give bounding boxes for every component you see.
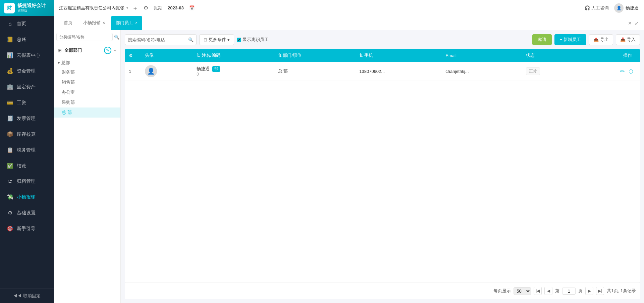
support-label: 人工咨询: [591, 5, 609, 11]
settings-nav-icon: ⚙: [7, 210, 13, 216]
dept-item-finance[interactable]: 财务部: [54, 67, 120, 77]
page-input[interactable]: [562, 288, 576, 295]
search-wrapper: 🔍: [125, 34, 197, 45]
employee-toolbar: 🔍 ⊟ 更多条件 ▾ 显示离职员工 邀请 + 新增员工: [125, 34, 640, 45]
invoice-icon: 🧾: [7, 115, 13, 122]
col-avatar: 头像: [141, 49, 193, 62]
sidebar-item-archive[interactable]: 🗂 归档管理: [0, 174, 54, 189]
logo-area: 财 畅捷通好会计 旗舰版: [0, 0, 54, 16]
show-resigned-checkbox[interactable]: [237, 38, 241, 42]
edit-button[interactable]: ✏: [620, 69, 625, 74]
tab-home[interactable]: 首页: [59, 16, 77, 30]
dept-item-sales[interactable]: 销售部: [54, 77, 120, 87]
sidebar-item-settings[interactable]: ⚙ 基础设置: [0, 205, 54, 221]
header-right: 🎧 人工咨询 👤 畅捷通: [585, 3, 639, 13]
user-area[interactable]: 👤 畅捷通: [614, 3, 639, 13]
table-row: 1 👤 畅捷通 部 0: [125, 62, 640, 81]
content-area: 首页 小畅报销 × 部门员工 × ✕ ⤢ 🔍: [54, 16, 644, 303]
tab-xiaochang[interactable]: 小畅报销 ×: [78, 16, 110, 30]
col-settings[interactable]: ⚙: [125, 49, 141, 62]
company-selector[interactable]: 江西服宝精品有限责任公司内账张 ▾: [59, 5, 128, 11]
window-expand-button[interactable]: ⤢: [635, 20, 639, 26]
sidebar-label-checkout: 结账: [17, 163, 26, 169]
prev-page-button[interactable]: ◀: [544, 287, 552, 295]
dept-group-headquarters: ▾ 总部: [54, 58, 120, 67]
dept-collapse-button[interactable]: «: [114, 48, 116, 53]
col-phone[interactable]: ⇅ 手机: [355, 49, 441, 62]
support-button[interactable]: 🎧 人工咨询: [585, 5, 609, 11]
sidebar-item-home[interactable]: ⌂ 首页: [0, 16, 54, 32]
dept-item-general[interactable]: 总 部: [54, 107, 120, 118]
last-page-button[interactable]: ▶|: [596, 287, 604, 295]
tab-dept-employee[interactable]: 部门员工 ×: [111, 16, 142, 30]
page-suffix: 页: [578, 288, 583, 294]
employee-table: ⚙ 头像 ⇅ 姓名/编码 ⇅ 部门/职位 ⇅ 手机 Email 状态 操作: [125, 49, 640, 283]
sidebar-item-checkout[interactable]: ✅ 结账: [0, 158, 54, 174]
dept-item-office[interactable]: 办公室: [54, 87, 120, 97]
tab-xiaochang-label: 小畅报销: [83, 20, 101, 26]
dept-edit-button[interactable]: ✎: [104, 47, 111, 54]
search-input[interactable]: [128, 37, 188, 42]
sidebar-item-assets[interactable]: 🏢 固定资产: [0, 79, 54, 95]
employee-code: 0: [197, 72, 270, 77]
department-panel: 🔍 ⊞ 全部部门 ✎ « ▾ 总部 财务部 销售部 办公室 采购部 总 部: [54, 30, 121, 303]
page-label: 第: [555, 288, 559, 294]
app-title: 畅捷通好会计: [17, 3, 46, 8]
sidebar-item-funds[interactable]: 💰 资金管理: [0, 63, 54, 79]
toolbar-right: 邀请 + 新增员工 📤 导出 📥 导入: [532, 34, 640, 45]
settings-icon[interactable]: ⚙: [144, 5, 148, 11]
sidebar-label-tax: 税务管理: [17, 147, 36, 153]
export-button[interactable]: 📤 导出: [589, 34, 613, 45]
next-page-button[interactable]: ▶: [585, 287, 593, 295]
chevron-down-icon: ▾: [126, 6, 128, 10]
per-page-select[interactable]: 50 10 20 100: [514, 287, 531, 295]
sidebar-label-home: 首页: [17, 21, 26, 27]
invite-button[interactable]: 邀请: [532, 34, 552, 45]
search-icon[interactable]: 🔍: [188, 37, 194, 42]
import-button[interactable]: 📥 导入: [616, 34, 640, 45]
top-header: 财 畅捷通好会计 旗舰版 江西服宝精品有限责任公司内账张 ▾ ＋ ⚙ 账期 20…: [0, 0, 644, 16]
sidebar-item-ledger[interactable]: 📒 总账: [0, 32, 54, 47]
tab-dept-employee-close[interactable]: ×: [135, 20, 138, 25]
sidebar-item-xiaochang[interactable]: 💸 小畅报销: [0, 189, 54, 205]
dept-item-purchase[interactable]: 采购部: [54, 97, 120, 107]
sidebar-item-salary[interactable]: 💳 工资: [0, 95, 54, 111]
first-page-button[interactable]: |◀: [534, 287, 542, 295]
col-name[interactable]: ⇅ 姓名/编码: [193, 49, 274, 62]
reports-icon: 📊: [7, 52, 13, 58]
sidebar-item-tax[interactable]: 📋 税务管理: [0, 142, 54, 158]
dept-search-input[interactable]: [56, 33, 113, 41]
sidebar-label-xiaochang: 小畅报销: [17, 194, 36, 200]
user-name: 畅捷通: [626, 5, 639, 11]
show-resigned-label[interactable]: 显示离职员工: [237, 37, 269, 43]
filter-button[interactable]: ⊟ 更多条件 ▾: [199, 34, 234, 45]
calendar-icon[interactable]: 📅: [189, 5, 195, 10]
add-employee-button[interactable]: + 新增员工: [554, 34, 586, 45]
col-dept[interactable]: ⇅ 部门/职位: [274, 49, 355, 62]
sidebar-item-invoice[interactable]: 🧾 发票管理: [0, 111, 54, 126]
dept-search-bar: 🔍: [54, 30, 120, 44]
dept-search-icon[interactable]: 🔍: [114, 35, 119, 40]
show-resigned-text: 显示离职员工: [243, 37, 269, 43]
employee-dept-badge: 部: [212, 66, 220, 72]
dept-all-label: 全部部门: [64, 47, 82, 53]
export-label: 导出: [600, 37, 609, 43]
headset-icon: 🎧: [585, 5, 590, 10]
sidebar-item-reports[interactable]: 📊 云报表中心: [0, 47, 54, 63]
logout-button[interactable]: ⬡: [629, 69, 633, 74]
sidebar-label-reports: 云报表中心: [17, 52, 40, 58]
sidebar-item-inventory[interactable]: 📦 库存核算: [0, 126, 54, 142]
add-company-button[interactable]: ＋: [132, 4, 138, 12]
guide-icon: 🎯: [7, 225, 13, 232]
sidebar-label-settings: 基础设置: [17, 210, 36, 216]
sidebar-label-funds: 资金管理: [17, 68, 36, 74]
tab-home-label: 首页: [64, 20, 72, 26]
home-icon: ⌂: [7, 21, 13, 27]
window-close-button[interactable]: ✕: [628, 20, 632, 26]
tab-xiaochang-close[interactable]: ×: [103, 20, 105, 25]
filter-label: 更多条件: [209, 37, 226, 43]
sidebar-item-guide[interactable]: 🎯 新手引导: [0, 221, 54, 236]
cell-status: 正常: [522, 62, 579, 81]
cancel-fixed-button[interactable]: ◀◀ 取消固定: [0, 289, 54, 303]
cell-dept: 总 部: [274, 62, 355, 81]
